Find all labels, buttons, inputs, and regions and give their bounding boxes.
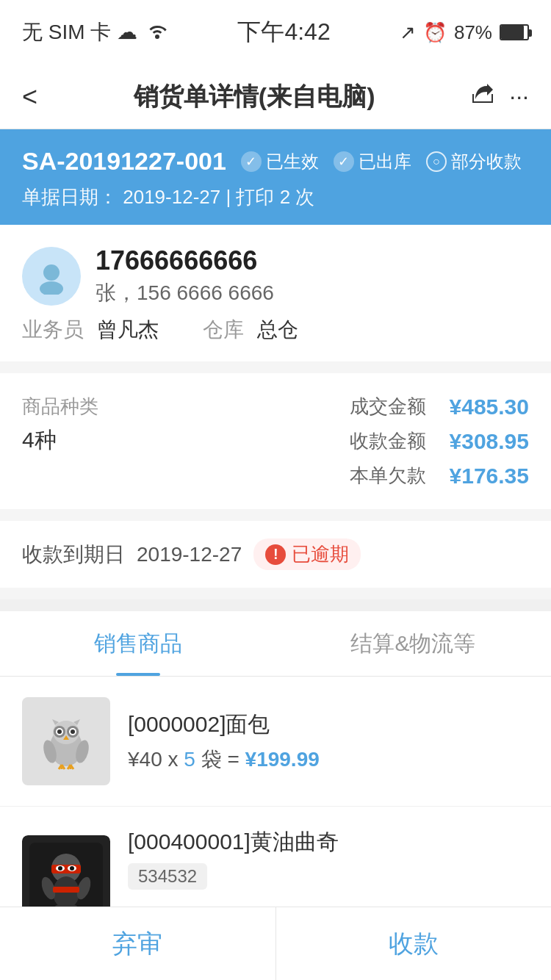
list-item: [0000002]面包 ¥40 x 5 袋 = ¥199.99 <box>0 677 551 807</box>
product-info-1: [0000002]面包 ¥40 x 5 袋 = ¥199.99 <box>128 710 529 774</box>
product-total-1: ¥199.99 <box>245 748 320 771</box>
svg-point-12 <box>71 729 75 734</box>
customer-detail: 业务员 曾凡杰 仓库 总仓 <box>22 316 529 344</box>
svg-point-3 <box>43 264 60 281</box>
summary-right: 成交金额 ¥485.30 收款金额 ¥308.95 本单欠款 ¥176.35 <box>350 394 529 489</box>
wifi-icon <box>146 21 168 44</box>
print-info: | 打印 2 次 <box>226 186 314 208</box>
summary-section: 商品种类 4种 成交金额 ¥485.30 收款金额 ¥308.95 本单欠款 ¥… <box>0 373 551 509</box>
product-unit-1: 袋 <box>201 748 222 771</box>
nav-bar: < 销货单详情(来自电脑) ··· <box>0 65 551 129</box>
gray-divider <box>0 599 551 611</box>
overdue-text: 已逾期 <box>292 541 349 567</box>
product-name-1: [0000002]面包 <box>128 710 529 740</box>
customer-name-block: 17666666666 张，156 6666 6666 <box>96 245 274 307</box>
overdue-icon: ! <box>265 544 286 565</box>
balance-value: ¥176.35 <box>441 464 529 489</box>
overdue-badge: ! 已逾期 <box>253 538 361 570</box>
due-date: 2019-12-27 <box>137 543 242 566</box>
order-header: SA-20191227-001 ✓ 已生效 ✓ 已出库 ○ 部分收款 单据日期：… <box>0 129 551 225</box>
tab-underline <box>116 673 160 676</box>
status-bar: 无 SIM 卡 ☁ 下午4:42 ↗ ⏰ 87% <box>0 0 551 65</box>
sales-label: 业务员 <box>22 318 84 341</box>
sim-status: 无 SIM 卡 ☁ <box>22 18 137 46</box>
page-title: 销货单详情(来自电脑) <box>134 80 375 114</box>
svg-point-29 <box>58 866 62 871</box>
alarm-icon: ⏰ <box>423 21 447 44</box>
category-label: 商品种类 <box>22 394 98 419</box>
due-label: 收款到期日 <box>22 541 125 569</box>
order-date: 2019-12-27 <box>123 186 220 208</box>
tab-sales-products[interactable]: 销售商品 <box>0 611 276 676</box>
battery-level: 87% <box>454 21 492 44</box>
received-value: ¥308.95 <box>441 429 529 454</box>
badge-shipped: ✓ 已出库 <box>334 150 411 173</box>
back-button[interactable]: < <box>22 82 37 112</box>
check-icon-1: ✓ <box>241 151 262 172</box>
product-qty-1: 5 <box>184 748 195 771</box>
order-id: SA-20191227-001 <box>22 147 226 176</box>
more-button[interactable]: ··· <box>509 83 529 110</box>
share-button[interactable] <box>471 82 494 112</box>
amount-label: 成交金额 <box>350 394 426 419</box>
status-left: 无 SIM 卡 ☁ <box>22 18 168 46</box>
battery-icon <box>500 24 529 40</box>
badge-partial-payment: ○ 部分收款 <box>426 150 522 173</box>
status-time: 下午4:42 <box>237 16 330 48</box>
svg-rect-34 <box>53 887 79 893</box>
warehouse-name: 总仓 <box>257 318 298 341</box>
collect-payment-button[interactable]: 收款 <box>276 907 552 980</box>
clock-icon: ○ <box>426 151 447 172</box>
svg-rect-2 <box>472 101 493 103</box>
amount-row-received: 收款金额 ¥308.95 <box>350 428 529 454</box>
product-price-1: ¥40 x 5 袋 = ¥199.99 <box>128 746 529 774</box>
svg-point-4 <box>40 281 63 295</box>
product-batch-2: 534532 <box>128 863 207 890</box>
customer-avatar <box>22 247 81 306</box>
summary-left: 商品种类 4种 <box>22 394 98 455</box>
received-label: 收款金额 <box>350 428 426 454</box>
balance-label: 本单欠款 <box>350 463 426 489</box>
warehouse-label: 仓库 <box>203 318 244 341</box>
bottom-bar: 弃审 收款 <box>0 907 551 980</box>
badge-activated: ✓ 已生效 <box>241 150 319 173</box>
amount-row-balance: 本单欠款 ¥176.35 <box>350 463 529 489</box>
customer-top: 17666666666 张，156 6666 6666 <box>22 245 529 307</box>
amount-row-total: 成交金额 ¥485.30 <box>350 394 529 419</box>
due-section: 收款到期日 2019-12-27 ! 已逾期 <box>0 521 551 588</box>
cancel-review-button[interactable]: 弃审 <box>0 907 276 980</box>
svg-point-11 <box>57 729 62 734</box>
sales-name: 曾凡杰 <box>97 318 159 341</box>
product-unit-price-1: ¥40 <box>128 748 162 771</box>
product-thumbnail-1 <box>22 697 110 785</box>
customer-phone-number: 17666666666 <box>96 245 274 276</box>
customer-name-phone: 张，156 6666 6666 <box>96 279 274 307</box>
status-right: ↗ ⏰ 87% <box>400 21 529 44</box>
tabs-section: 销售商品 结算&物流等 <box>0 611 551 677</box>
owl-product-image <box>22 697 110 785</box>
nav-actions: ··· <box>471 82 529 112</box>
order-header-top: SA-20191227-001 ✓ 已生效 ✓ 已出库 ○ 部分收款 <box>22 147 529 176</box>
amount-value: ¥485.30 <box>441 394 529 419</box>
order-meta: 单据日期： 2019-12-27 | 打印 2 次 <box>22 184 529 210</box>
product-name-2: [000400001]黄油曲奇 <box>128 827 529 857</box>
check-icon-2: ✓ <box>334 151 354 172</box>
customer-section: 17666666666 张，156 6666 6666 业务员 曾凡杰 仓库 总… <box>0 225 551 361</box>
svg-point-30 <box>70 866 74 871</box>
category-value: 4种 <box>22 425 98 455</box>
warehouse-detail: 仓库 总仓 <box>203 316 298 344</box>
tab-settlement[interactable]: 结算&物流等 <box>276 611 551 676</box>
order-meta-label: 单据日期： <box>22 186 118 208</box>
sales-detail: 业务员 曾凡杰 <box>22 316 159 344</box>
svg-rect-26 <box>51 865 81 873</box>
location-icon: ↗ <box>400 21 416 44</box>
